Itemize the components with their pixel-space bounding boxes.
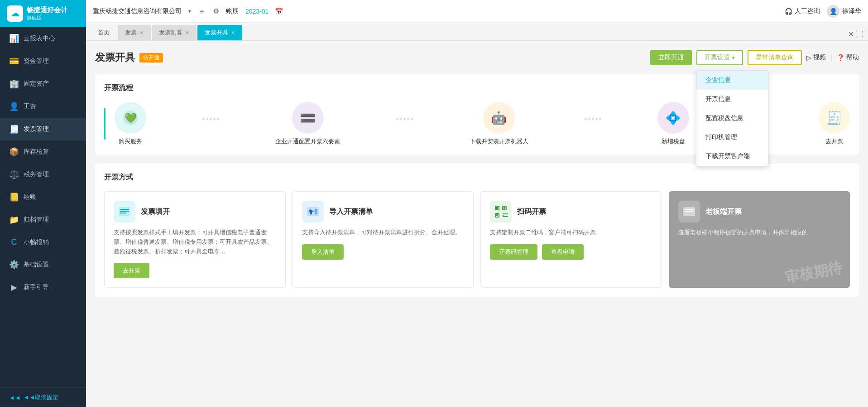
gongzi-icon: 👤 — [9, 102, 19, 111]
method-card-import: 导入开票清单 支持导入待开票清单，可对待开票清单进行拆分、合并处理。 导入清单 — [293, 191, 474, 288]
step-connector-2 — [340, 118, 469, 130]
step5-icon: 🧾 — [818, 102, 850, 134]
method-card-boss: 老板端开票 查看老板端小程序提交的开票申请，并作出相应的 审核期待 — [669, 191, 850, 288]
sidebar-label-kucun: 库存核算 — [24, 148, 49, 156]
gudingzichan-icon: 🏢 — [9, 79, 19, 89]
headset-icon: 🎧 — [785, 8, 792, 15]
method-boss-icon — [678, 201, 700, 223]
service-label: 人工咨询 — [795, 7, 820, 15]
process-step-5: 🧾 去开票 — [818, 102, 850, 145]
dropdown-item-tax-disk[interactable]: 配置税盘信息 — [696, 109, 768, 128]
tab-home[interactable]: 首页 — [91, 25, 117, 40]
sidebar-label-xinshou: 新手引导 — [24, 283, 49, 291]
page-title-bar: 发票开具 待开通 立即开通 开票设置 ▾ 异常清单查询 ▷ 视频 | ❓ 帮助 … — [95, 50, 859, 65]
query-btn[interactable]: 异常清单查询 — [748, 50, 802, 65]
sidebar-item-gudingzichan[interactable]: 🏢 固定资产 — [0, 73, 86, 95]
sidebar-item-fapiao[interactable]: 🧾 发票管理 — [0, 118, 86, 141]
sidebar-item-zijin[interactable]: 💳 资金管理 — [0, 50, 86, 73]
step4-icon: 💠 — [657, 102, 689, 134]
settings-icon[interactable]: ⚙ — [213, 7, 219, 15]
add-company-btn[interactable]: ＋ — [198, 6, 206, 17]
sidebar-item-jichu[interactable]: ⚙️ 基础设置 — [0, 253, 86, 276]
method-fill-btn[interactable]: 去开票 — [114, 263, 149, 278]
method-import-icon — [302, 201, 324, 223]
status-badge: 待开通 — [139, 53, 163, 63]
tab-fapiaokaihu[interactable]: 发票开具 ✕ — [197, 25, 242, 40]
video-label: 视频 — [813, 53, 826, 62]
sidebar-item-xiaochang[interactable]: C 小畅报销 — [0, 231, 86, 253]
calendar-icon[interactable]: 📅 — [275, 8, 283, 15]
tab-close-all-btn[interactable]: ✕ — [848, 30, 854, 39]
tab-fapiaokaihu-close[interactable]: ✕ — [231, 30, 235, 36]
sidebar-item-kucun[interactable]: 📦 库存核算 — [0, 141, 86, 163]
method-fill-icon — [114, 201, 135, 223]
method-fill-header: 发票填开 — [114, 201, 276, 223]
method-scan-desc: 支持定制开票二维码，客户端可扫码开票 — [490, 228, 652, 237]
tab-home-label: 首页 — [98, 29, 110, 37]
sidebar-item-yunbao[interactable]: 📊 云报表中心 — [0, 27, 86, 50]
sidebar-item-xinshou[interactable]: ▶ 新手引导 — [0, 276, 86, 299]
step1-label: 购买服务 — [119, 137, 142, 145]
method-import-desc: 支持导入待开票清单，可对待开票清单进行拆分、合并处理。 — [302, 228, 465, 237]
method-card-scan: 扫码开票 支持定制开票二维码，客户端可扫码开票 开票码管理 查看申请 — [480, 191, 662, 288]
top-header: 重庆畅捷交通信息咨询有限公司 ▾ ＋ ⚙ 账期 2023-01 📅 🎧 人工咨询… — [86, 0, 868, 23]
printer-label: 打印机管理 — [705, 133, 737, 141]
service-btn[interactable]: 🎧 人工咨询 — [785, 7, 820, 15]
tab-fapiaocesuan[interactable]: 发票测算 ✕ — [152, 25, 197, 40]
activate-btn[interactable]: 立即开通 — [650, 50, 692, 65]
help-btn[interactable]: ❓ 帮助 — [837, 53, 859, 62]
tab-fapiaocesuan-close[interactable]: ✕ — [185, 30, 189, 36]
step3-icon: 🤖 — [483, 102, 515, 134]
sidebar-label-gudingzichan: 固定资产 — [24, 80, 49, 88]
settings-btn[interactable]: 开票设置 ▾ — [696, 50, 743, 65]
tab-fapiao-close[interactable]: ✕ — [139, 30, 144, 36]
video-btn[interactable]: ▷ 视频 — [806, 53, 826, 62]
chevron-down-icon: ▾ — [732, 54, 735, 61]
user-info[interactable]: 👤 徐泽华 — [827, 5, 861, 18]
dropdown-item-download[interactable]: 下载开票客户端 — [696, 147, 768, 166]
sidebar-label-jiezhang: 结账 — [24, 193, 36, 201]
jiezhang-icon: 📒 — [9, 192, 19, 202]
sidebar-item-shuiwu[interactable]: ⚖️ 税务管理 — [0, 163, 86, 186]
page-actions: 立即开通 开票设置 ▾ 异常清单查询 ▷ 视频 | ❓ 帮助 企业信息 — [650, 50, 859, 65]
collapse-icon: ◄◄ — [9, 394, 21, 401]
svg-rect-19 — [685, 211, 694, 212]
kucun-icon: 📦 — [9, 147, 19, 157]
logo-name: 畅捷通好会计 — [27, 6, 67, 15]
sidebar-label-jichu: 基础设置 — [24, 261, 49, 269]
svg-rect-3 — [120, 209, 129, 210]
sidebar-item-gongzi[interactable]: 👤 工资 — [0, 95, 86, 118]
sidebar-item-guidan[interactable]: 📁 归档管理 — [0, 208, 86, 231]
method-fill-title: 发票填开 — [141, 207, 170, 217]
tab-expand-btn[interactable]: ⛶ — [856, 30, 863, 39]
method-scan-btns: 开票码管理 查看申请 — [490, 244, 652, 260]
process-step-1: 💚 购买服务 — [115, 102, 146, 145]
sidebar-item-jiezhang[interactable]: 📒 结账 — [0, 186, 86, 208]
step-connector-3 — [528, 118, 657, 130]
sidebar-label-shuiwu: 税务管理 — [24, 170, 49, 179]
method-import-btn[interactable]: 导入清单 — [302, 244, 344, 260]
dropdown-item-invoice-info[interactable]: 开票信息 — [696, 90, 768, 109]
step3-label: 下载并安装开票机器人 — [470, 137, 528, 145]
sidebar-label-zijin: 资金管理 — [24, 57, 49, 65]
tab-fapiao[interactable]: 发票 ✕ — [118, 25, 151, 40]
svg-rect-4 — [120, 211, 129, 212]
help-label: 帮助 — [846, 53, 859, 62]
method-card-fill: 发票填开 支持按照发票样式手工填开发票；可开具增值税电子普通发票、增值税普通发票… — [104, 191, 286, 288]
method-boss-title: 老板端开票 — [705, 207, 742, 217]
play-icon: ▷ — [806, 54, 811, 61]
svg-rect-16 — [503, 215, 504, 216]
dropdown-item-company-info[interactable]: 企业信息 — [696, 71, 768, 90]
method-scan-btn1[interactable]: 开票码管理 — [490, 244, 537, 260]
period-label: 账期 — [226, 7, 239, 15]
method-boss-header: 老板端开票 — [678, 201, 841, 223]
svg-rect-18 — [685, 209, 694, 210]
collapse-label: ◄◄取消固定 — [24, 393, 69, 402]
method-scan-btn2[interactable]: 查看申请 — [542, 244, 584, 260]
yunbao-icon: 📊 — [9, 34, 19, 44]
xinshou-icon: ▶ — [9, 282, 19, 292]
company-dropdown-arrow[interactable]: ▾ — [188, 8, 191, 15]
logo-sub: 旗舰版 — [27, 15, 67, 21]
dropdown-item-printer[interactable]: 打印机管理 — [696, 128, 768, 147]
sidebar-collapse-btn[interactable]: ◄◄ ◄◄取消固定 — [0, 388, 86, 407]
